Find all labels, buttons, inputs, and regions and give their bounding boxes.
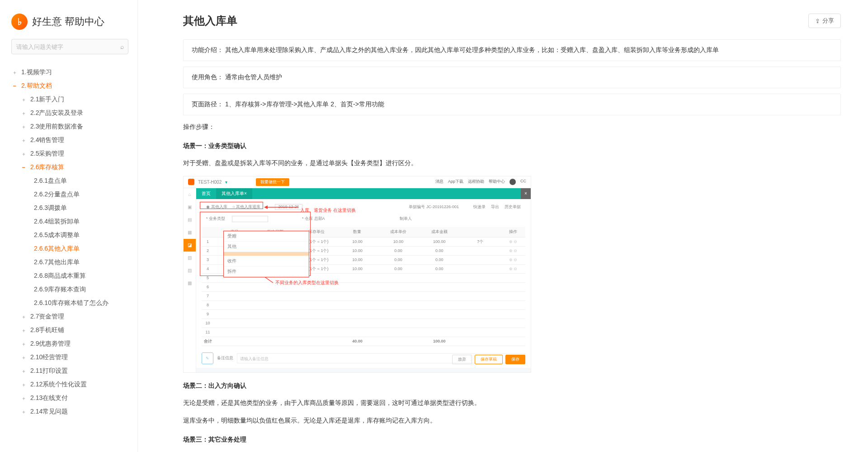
nav-item-2-11[interactable]: 2.11打印设置 — [11, 364, 128, 378]
collapse-icon[interactable] — [20, 164, 27, 171]
svg-marker-1 — [264, 205, 268, 209]
page-title: 其他入库单 — [183, 14, 237, 28]
nav-item-video[interactable]: 1.视频学习 — [11, 66, 128, 79]
scene2-body1: 无论是受赠，还是其他类型的业务，由于入库商品质量等原因，需要退回，这时可通过单据… — [183, 397, 841, 409]
nav-item-2-6-9[interactable]: 2.6.9库存账本查询 — [11, 283, 128, 296]
nav-item-2-14[interactable]: 2.14常见问题 — [11, 405, 128, 419]
expand-icon[interactable] — [20, 96, 27, 103]
nav-label: 2.9优惠劵管理 — [30, 340, 71, 348]
sp-side-icon-active: ◪ — [184, 239, 196, 252]
nav-item-2-2[interactable]: 2.2产品安装及登录 — [11, 106, 128, 120]
sp-sum-qty: 40.00 — [337, 339, 378, 343]
nav-item-2-6-4[interactable]: 2.6.4组装拆卸单 — [11, 215, 128, 228]
nav-label: 2.6.10库存账本错了怎么办 — [34, 299, 108, 307]
nav-label: 2.6.5成本调整单 — [34, 231, 80, 239]
sp-arrow-icon — [264, 204, 300, 210]
sp-btn-discard: 放弃 — [452, 355, 472, 364]
search-icon[interactable]: ⌕ — [120, 43, 124, 50]
sp-side-icon: ▨ — [184, 264, 196, 277]
nav-item-2-5[interactable]: 2.5采购管理 — [11, 147, 128, 161]
nav-item-docs[interactable]: 2.帮助文档 — [11, 79, 128, 93]
avatar-icon — [509, 179, 516, 185]
expand-icon[interactable] — [20, 151, 27, 157]
share-icon: ⇪ — [815, 18, 820, 24]
expand-icon[interactable] — [20, 395, 27, 401]
nav-item-2-8[interactable]: 2.8手机旺铺 — [11, 324, 128, 337]
expand-icon[interactable] — [20, 381, 27, 388]
sp-rlink3: 历史单据 — [505, 204, 521, 210]
sp-top-right: 消息 App下载 远程协助 帮助中心 CC — [435, 179, 526, 185]
path-text: 1、库存核算->库存管理->其他入库单 2、首页->常用功能 — [225, 100, 384, 108]
sp-user: CC — [520, 179, 526, 185]
nav-item-2-6-10[interactable]: 2.6.10库存账本错了怎么办 — [11, 296, 128, 310]
nav-label: 2.8手机旺铺 — [30, 326, 64, 334]
sp-remark-label: 备注信息 — [217, 355, 233, 361]
expand-icon[interactable] — [20, 314, 27, 320]
nav-item-2-6-7[interactable]: 2.6.7其他出库单 — [11, 256, 128, 269]
sp-app: App下载 — [448, 179, 463, 185]
nav-label: 2.6.4组装拆卸单 — [34, 218, 80, 226]
path-label: 页面路径： — [192, 100, 223, 108]
nav-label: 2.10经营管理 — [30, 353, 68, 362]
nav-label: 2.6.9库存账本查询 — [34, 285, 86, 294]
nav-label: 2.6.6其他入库单 — [34, 245, 80, 253]
table-row: 9 — [202, 310, 525, 319]
nav-item-2-3[interactable]: 2.3使用前数据准备 — [11, 120, 128, 133]
nav-item-2-12[interactable]: 2.12系统个性化设置 — [11, 378, 128, 391]
expand-icon[interactable] — [20, 124, 27, 130]
collapse-icon[interactable] — [11, 83, 18, 89]
expand-icon[interactable] — [20, 354, 27, 361]
nav-item-2-6-3[interactable]: 2.6.3调拨单 — [11, 201, 128, 215]
role-label: 使用角色： — [192, 73, 223, 81]
brand: ♭ 好生意 帮助中心 — [11, 14, 128, 30]
nav-item-2-13[interactable]: 2.13在线支付 — [11, 391, 128, 405]
embedded-screenshot: TEST-H002 ▾ 我要做统一下 消息 App下载 远程协助 帮助中心 CC… — [183, 176, 531, 373]
nav-label: 2.11打印设置 — [30, 367, 68, 375]
nav-item-2-7[interactable]: 2.7资金管理 — [11, 310, 128, 324]
sp-tab-home: 首页 — [196, 188, 216, 199]
sp-remark-icon: ✎ — [202, 352, 213, 364]
sidebar: ♭ 好生意 帮助中心 ⌕ 1.视频学习 2.帮助文档 2.1新手入门 2.2产品… — [0, 0, 138, 452]
sp-docno: JC-20191226-001 — [426, 205, 459, 209]
share-button[interactable]: ⇪分享 — [808, 14, 841, 28]
scene2-body2: 退库业务中，明细数量均以负值红色展示。无论是入库还是退库，库存账均记在入库方向。 — [183, 414, 841, 427]
sp-rlink2: 导出 — [491, 204, 499, 210]
sp-tabs: 首页 其他入库单 × × — [196, 188, 531, 199]
nav-item-2-6-5[interactable]: 2.6.5成本调整单 — [11, 228, 128, 242]
nav-item-2-9[interactable]: 2.9优惠劵管理 — [11, 337, 128, 351]
nav-item-2-6-1[interactable]: 2.6.1盘点单 — [11, 174, 128, 188]
nav-item-2-4[interactable]: 2.4销售管理 — [11, 133, 128, 147]
sp-tab-active: 其他入库单 × — [216, 188, 252, 199]
nav-item-2-10[interactable]: 2.10经营管理 — [11, 351, 128, 364]
intro-text: 其他入库单用来处理除采购入库、产成品入库之外的其他入库业务，因此其他入库单可处理… — [225, 46, 719, 53]
nav-item-2-6-8[interactable]: 2.6.8商品成本重算 — [11, 269, 128, 283]
search-input[interactable] — [11, 39, 128, 54]
nav-item-2-6-6[interactable]: 2.6.6其他入库单 — [11, 242, 128, 256]
expand-icon[interactable] — [11, 69, 18, 76]
sp-col: 操作 — [501, 229, 525, 235]
sp-contact: 远程协助 — [468, 179, 484, 185]
nav-label: 2.3使用前数据准备 — [30, 123, 83, 131]
scene1-body: 对于受赠、盘盈或是拆装入库等不同的业务，是通过单据头【业务类型】进行区分。 — [183, 157, 841, 169]
sp-wh-val: 总部A — [314, 216, 325, 221]
nav-item-2-6[interactable]: 2.6库存核算 — [11, 161, 128, 174]
sp-btn-save: 保存 — [505, 355, 525, 364]
table-row: 8 — [202, 301, 525, 310]
sp-dd-item: 拆件 — [224, 266, 309, 277]
sp-code: TEST-H002 — [198, 180, 222, 185]
sp-sum-amt: 100.00 — [419, 339, 460, 343]
sp-side-icon: ▤ — [184, 214, 196, 226]
table-row: 7 — [202, 292, 525, 301]
nav-item-2-6-2[interactable]: 2.6.2分量盘点单 — [11, 188, 128, 201]
sp-side-icon: ⌂ — [184, 188, 196, 201]
nav-item-2-1[interactable]: 2.1新手入门 — [11, 93, 128, 106]
page-head: 其他入库单 ⇪分享 — [183, 14, 841, 28]
expand-icon[interactable] — [20, 341, 27, 347]
expand-icon[interactable] — [20, 327, 27, 333]
expand-icon[interactable] — [20, 110, 27, 116]
expand-icon[interactable] — [20, 368, 27, 374]
sp-dd-item: 收件 — [224, 256, 309, 266]
expand-icon[interactable] — [20, 137, 27, 143]
brand-title: 好生意 帮助中心 — [32, 15, 104, 29]
expand-icon[interactable] — [20, 409, 27, 415]
